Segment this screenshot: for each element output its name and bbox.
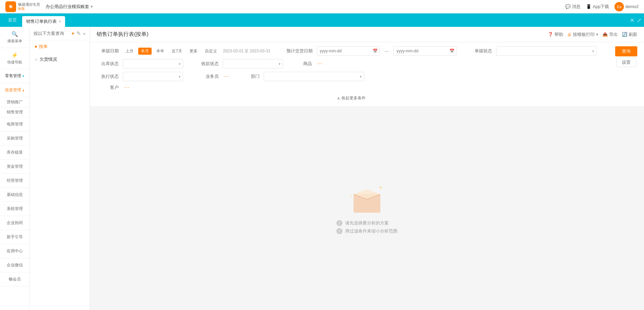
exec-select[interactable] [123, 72, 183, 81]
date-group: 上月 本月 本年 近7天 更多 自定义 2023-03-01 至 2023-03… [123, 48, 270, 55]
app-logo: 畅 [5, 1, 16, 12]
sidebar-item-ecommerce[interactable]: 电商管理 [0, 117, 29, 132]
sidebar-item-purchase[interactable]: 采购管理 [0, 132, 29, 146]
top-bar-right: 💬 消息 📱 App下载 Ea demo2 [565, 2, 639, 11]
top-bar-left: 畅 畅捷通好生意 标版 办公用品行业模拟账套 ▾ [5, 1, 93, 12]
scheme-item-by-order[interactable]: 按单 [30, 40, 90, 53]
left-panel-title: 按以下方案查询 [34, 31, 64, 37]
empty-illustration: ✦ ✦ [347, 183, 387, 216]
sidebar-item-basic[interactable]: 基础信息 [0, 188, 29, 202]
main-content: 销售订单执行表(按单) ❓ 帮助 🖨 按模板打印 ▾ 📤 导出 [90, 27, 644, 310]
top-bar: 畅 畅捷通好生意 标版 办公用品行业模拟账套 ▾ 💬 消息 📱 App下载 Ea… [0, 0, 644, 13]
date-btn-custom[interactable]: 自定义 [202, 48, 220, 55]
sidebar-item-retail[interactable]: 零售管理 ▾ [0, 69, 29, 83]
breadcrumb-text: 办公用品行业模拟账套 [46, 4, 89, 10]
status-label: 单据状态 [469, 48, 492, 54]
collection-status-label: 收款状态 [195, 61, 219, 67]
customer-dots-button[interactable]: ··· [123, 85, 131, 91]
help-action[interactable]: ❓ 帮助 [548, 32, 563, 38]
sidebar-item-search[interactable]: 🔍 搜索菜单 [0, 27, 29, 48]
date-btn-last-month[interactable]: 上月 [123, 48, 136, 55]
download-action[interactable]: 📱 App下载 [586, 4, 609, 10]
sidebar-item-finance[interactable]: 资金管理 [0, 160, 29, 174]
salesman-label: 业务员 [195, 73, 219, 80]
collapse-filter-button[interactable]: ∧ 收起更多条件 [95, 94, 607, 102]
scheme-item-shortage[interactable]: ○ 欠货情况 [30, 53, 90, 66]
left-panel-actions: + ✎ « [71, 30, 86, 37]
status-select[interactable] [496, 46, 597, 56]
refresh-icon: 🔄 [622, 32, 627, 37]
product-label: 商品 [295, 61, 312, 67]
filter-row-4: 客户 ··· [95, 85, 607, 91]
add-scheme-button[interactable]: + [71, 31, 74, 37]
status-select-wrap: ▾ [496, 46, 597, 56]
edit-scheme-button[interactable]: ✎ [76, 30, 81, 37]
print-chevron-icon: ▾ [596, 32, 598, 37]
circle-icon: ○ [35, 57, 38, 62]
left-panel: 按以下方案查询 + ✎ « 按单 ○ 欠货情况 [30, 27, 90, 310]
date-range-text: 2023-03-01 至 2023-03-31 [223, 48, 270, 54]
sidebar-item-member[interactable]: 畅会员 [0, 272, 29, 287]
print-action[interactable]: 🖨 按模板打印 ▾ [567, 32, 598, 38]
collapse-up-icon: ∧ [337, 96, 340, 101]
collection-select[interactable] [223, 59, 283, 68]
date-dash: — [384, 49, 389, 54]
export-icon: 📤 [602, 32, 608, 37]
maximize-icon[interactable]: ⤢ [637, 17, 641, 23]
help-icon: ❓ [548, 32, 553, 37]
refresh-action[interactable]: 🔄 刷新 [622, 32, 637, 38]
left-panel-header: 按以下方案查询 + ✎ « [30, 27, 90, 40]
download-icon: 📱 [586, 4, 591, 9]
delivery-select[interactable] [123, 59, 183, 68]
sidebar-item-inventory[interactable]: 库存核算 [0, 146, 29, 160]
date-btn-this-month[interactable]: 本月 [138, 48, 152, 55]
sidebar-item-app-center[interactable]: 应用中心 [0, 244, 29, 258]
breadcrumb-arrow-icon[interactable]: ▾ [91, 4, 93, 9]
collapse-label: 收起更多条件 [341, 95, 366, 101]
date-to-input[interactable] [393, 46, 457, 56]
delivery-select-wrap: ▾ [123, 59, 183, 68]
collapse-panel-button[interactable]: « [83, 31, 86, 36]
date-label: 单据日期 [95, 48, 119, 54]
sidebar-item-enterprise-wechat[interactable]: 企业微信 [0, 258, 29, 272]
sidebar-item-guide[interactable]: 新手引导 [0, 230, 29, 244]
print-icon: 🖨 [567, 32, 572, 37]
expected-date-label: 预计交货日期 [282, 48, 313, 54]
wholesale-chevron-icon: ▴ [22, 88, 24, 92]
sidebar-item-sales[interactable]: 销售管理 [0, 107, 29, 117]
close-window-icon[interactable]: ✕ [630, 17, 634, 23]
customer-label: 客户 [95, 85, 119, 91]
filter-section: 单据日期 上月 本月 本年 近7天 更多 自定义 2023-03-01 至 20… [90, 42, 644, 107]
product-dots-button[interactable]: ··· [316, 61, 324, 67]
filter-row-3: 执行状态 ▾ 业务员 ··· 部门 ▾ [95, 72, 607, 81]
date-to-wrap: 📅 [393, 46, 457, 56]
tab-sales-order[interactable]: 销售订单执行表 × [22, 16, 65, 27]
hint-text-1: 请先选择要分析的方案 [345, 220, 389, 226]
main-layout: 🔍 搜索菜单 ⚡ 快捷导航 零售管理 ▾ 批发管理 ▴ 营销推广 销售管理 电商… [0, 27, 644, 310]
tab-home[interactable]: 首页 [3, 13, 22, 27]
settings-button[interactable]: 设置 [616, 58, 636, 67]
date-btn-more[interactable]: 更多 [187, 48, 200, 55]
sidebar-item-operations[interactable]: 经营管理 [0, 174, 29, 188]
user-area[interactable]: Ea demo2 [614, 2, 639, 11]
message-action[interactable]: 💬 消息 [565, 4, 581, 10]
page-title: 销售订单执行表(按单) [97, 31, 149, 38]
date-from-input[interactable] [317, 46, 380, 56]
scheme-item-label: 按单 [39, 44, 48, 50]
date-btn-7days[interactable]: 近7天 [169, 48, 185, 55]
department-select[interactable] [264, 72, 364, 81]
sidebar-item-enterprise[interactable]: 企业协同 [0, 216, 29, 230]
scheme-item-label: 欠货情况 [40, 56, 57, 62]
tab-close-icon[interactable]: × [59, 19, 61, 24]
empty-hints: 1 请先选择要分析的方案 2 用过滤条件来缩小分析范围 [336, 220, 397, 234]
sidebar-item-wholesale[interactable]: 批发管理 ▴ [0, 83, 29, 97]
sidebar-item-marketing[interactable]: 营销推广 [0, 97, 29, 107]
export-action[interactable]: 📤 导出 [602, 32, 618, 38]
active-dot-icon [35, 46, 37, 48]
tab-bar: 首页 销售订单执行表 × ✕ ⤢ [0, 13, 644, 27]
query-button[interactable]: 查询 [615, 46, 637, 56]
sidebar-item-system[interactable]: 系统管理 [0, 202, 29, 216]
date-btn-this-year[interactable]: 本年 [154, 48, 167, 55]
sidebar-item-quick-nav[interactable]: ⚡ 快捷导航 [0, 48, 29, 69]
salesman-dots-button[interactable]: ··· [223, 73, 231, 80]
